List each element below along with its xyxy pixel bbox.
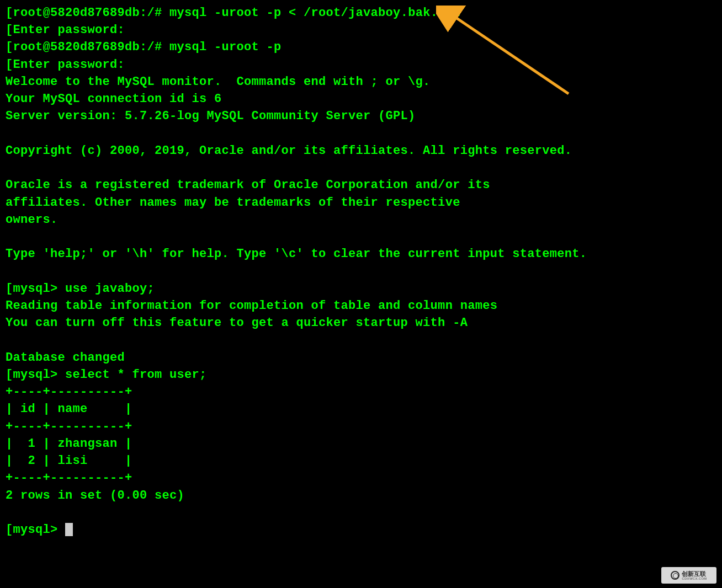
- terminal-line: [root@5820d87689db:/# mysql -uroot -p: [6, 39, 716, 56]
- terminal-line: [Enter password:: [6, 22, 716, 39]
- terminal-line: [6, 504, 716, 521]
- terminal-line: [mysql> use javaboy;: [6, 280, 716, 297]
- terminal-line: You can turn off this feature to get a q…: [6, 314, 716, 332]
- terminal-line: Copyright (c) 2000, 2019, Oracle and/or …: [6, 142, 716, 159]
- terminal-line: Reading table information for completion…: [6, 297, 716, 314]
- terminal-line: [6, 159, 716, 177]
- terminal-line: [6, 125, 716, 142]
- terminal-line: Your MySQL connection id is 6: [6, 90, 716, 108]
- terminal-line: +----+----------+: [6, 469, 716, 487]
- terminal-line: [Enter password:: [6, 56, 716, 73]
- terminal-line: [root@5820d87689db:/# mysql -uroot -p < …: [6, 4, 716, 22]
- watermark-subtext: CDXWCX.COM: [682, 577, 707, 580]
- terminal-line: [mysql> select * from user;: [6, 366, 716, 383]
- terminal-line: owners.: [6, 211, 716, 228]
- terminal-line: Type 'help;' or '\h' for help. Type '\c'…: [6, 245, 716, 263]
- watermark-badge: 创新互联 CDXWCX.COM: [661, 567, 716, 584]
- terminal-line: Database changed: [6, 349, 716, 366]
- terminal-prompt[interactable]: [mysql>: [6, 521, 716, 538]
- cursor-icon: [65, 523, 73, 536]
- terminal-line: 2 rows in set (0.00 sec): [6, 487, 716, 504]
- terminal-line: [6, 332, 716, 349]
- terminal-line: [6, 263, 716, 280]
- terminal-line: +----+----------+: [6, 418, 716, 435]
- watermark-text: 创新互联: [682, 571, 707, 577]
- terminal-line: | 2 | lisi |: [6, 452, 716, 469]
- terminal-line: | id | name |: [6, 400, 716, 418]
- terminal-line: Oracle is a registered trademark of Orac…: [6, 177, 716, 194]
- terminal-line: | 1 | zhangsan |: [6, 435, 716, 452]
- watermark-logo-icon: [671, 571, 679, 580]
- terminal-line: Server version: 5.7.26-log MySQL Communi…: [6, 108, 716, 125]
- terminal-line: affiliates. Other names may be trademark…: [6, 194, 716, 211]
- terminal-line: [6, 228, 716, 245]
- terminal-line: +----+----------+: [6, 383, 716, 400]
- terminal-line: Welcome to the MySQL monitor. Commands e…: [6, 73, 716, 90]
- terminal-output[interactable]: [root@5820d87689db:/# mysql -uroot -p < …: [6, 4, 716, 538]
